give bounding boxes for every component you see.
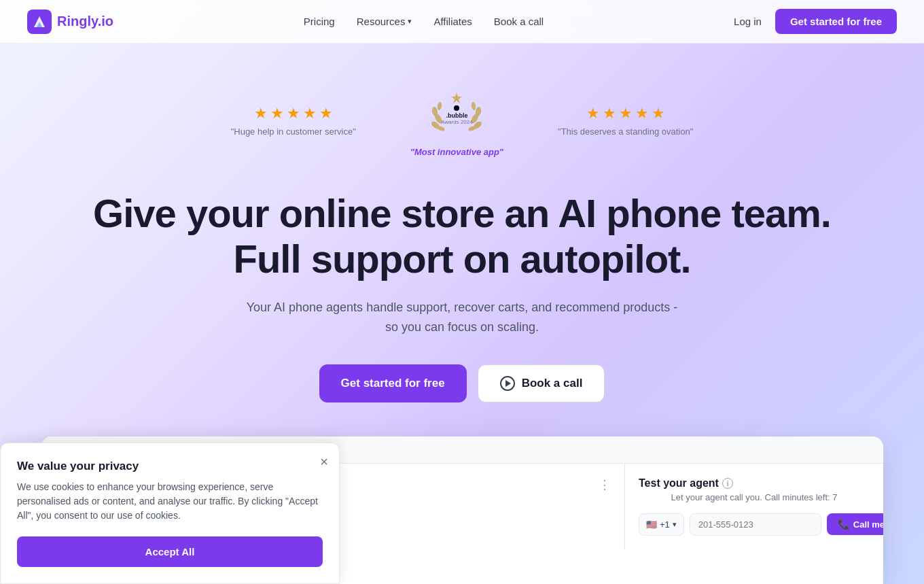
hero-subtext: Your AI phone agents handle support, rec…: [14, 298, 910, 337]
badge-right: ★ ★ ★ ★ ★ "This deserves a standing ovat…: [558, 105, 693, 137]
hero-headline: Give your online store an AI phone team.…: [14, 191, 910, 281]
star-2: ★: [270, 105, 284, 122]
logo-icon: [27, 10, 52, 34]
call-me-button[interactable]: 📞 Call me: [827, 513, 883, 535]
call-form: 🇺🇸 +1 ▾ 📞 Call me: [639, 513, 870, 536]
nav-right: Log in Get started for free: [734, 9, 897, 34]
nav-pricing[interactable]: Pricing: [304, 16, 335, 27]
get-started-nav-button[interactable]: Get started for free: [775, 9, 897, 34]
test-agent-title: Test your agent i: [639, 477, 870, 489]
bubble-inner: .bubble Awards 2024: [441, 105, 473, 125]
badge-left-text: "Huge help in customer service": [231, 126, 356, 137]
badge-center: .bubble Awards 2024 "Most innovative app…: [410, 84, 503, 157]
badges-row: ★ ★ ★ ★ ★ "Huge help in customer service…: [14, 84, 910, 157]
nav-links: Pricing Resources ▾ Affiliates Book a ca…: [304, 16, 544, 27]
country-prefix: +1: [660, 519, 670, 530]
stars-right: ★ ★ ★ ★ ★: [586, 105, 665, 122]
info-icon: i: [722, 478, 733, 489]
star-3: ★: [287, 105, 300, 122]
play-triangle: [505, 380, 511, 387]
star-r1: ★: [586, 105, 600, 122]
demo-menu-dots[interactable]: ⋮: [599, 477, 611, 492]
privacy-body: We use cookies to enhance your browsing …: [17, 480, 323, 523]
flag-select[interactable]: 🇺🇸 +1 ▾: [639, 513, 684, 536]
login-button[interactable]: Log in: [734, 16, 762, 27]
privacy-close-button[interactable]: ×: [320, 454, 328, 470]
svg-marker-13: [451, 92, 462, 103]
star-4: ★: [303, 105, 317, 122]
test-agent-subtitle: Let your agent call you. Call minutes le…: [639, 492, 870, 502]
star-r5: ★: [652, 105, 665, 122]
book-a-call-button[interactable]: Book a call: [478, 364, 605, 402]
nav-resources[interactable]: Resources ▾: [357, 16, 412, 27]
get-started-button[interactable]: Get started for free: [319, 364, 467, 402]
navigation: Ringly.io Pricing Resources ▾ Affiliates…: [0, 0, 924, 44]
star-1: ★: [254, 105, 268, 122]
stars-left: ★ ★ ★ ★ ★: [254, 105, 333, 122]
cta-row: Get started for free Book a call: [14, 364, 910, 402]
badge-right-text: "This deserves a standing ovation": [558, 126, 693, 137]
demo-right-panel: Test your agent i Let your agent call yo…: [625, 464, 883, 549]
play-icon: [500, 376, 515, 391]
flag-icon: 🇺🇸: [646, 519, 657, 530]
bubble-tagline: "Most innovative app": [410, 147, 503, 157]
nav-book-a-call[interactable]: Book a call: [494, 16, 544, 27]
flag-chevron: ▾: [673, 520, 677, 529]
bubble-brand: .bubble: [441, 112, 473, 119]
chevron-down-icon: ▾: [408, 17, 412, 26]
wreath-container: .bubble Awards 2024: [426, 84, 487, 145]
privacy-title: We value your privacy: [17, 460, 323, 473]
star-5: ★: [319, 105, 333, 122]
nav-affiliates[interactable]: Affiliates: [433, 16, 472, 27]
phone-call-icon: 📞: [838, 519, 849, 530]
accept-all-button[interactable]: Accept All: [17, 536, 323, 567]
bubble-dot: [454, 105, 459, 111]
bubble-year: Awards 2024: [441, 119, 473, 125]
star-r3: ★: [619, 105, 633, 122]
star-r4: ★: [635, 105, 649, 122]
badge-left: ★ ★ ★ ★ ★ "Huge help in customer service…: [231, 105, 356, 137]
privacy-banner: × We value your privacy We use cookies t…: [0, 443, 340, 584]
phone-input[interactable]: [690, 513, 821, 536]
logo[interactable]: Ringly.io: [27, 10, 113, 34]
star-r2: ★: [603, 105, 616, 122]
logo-text: Ringly.io: [57, 14, 113, 29]
